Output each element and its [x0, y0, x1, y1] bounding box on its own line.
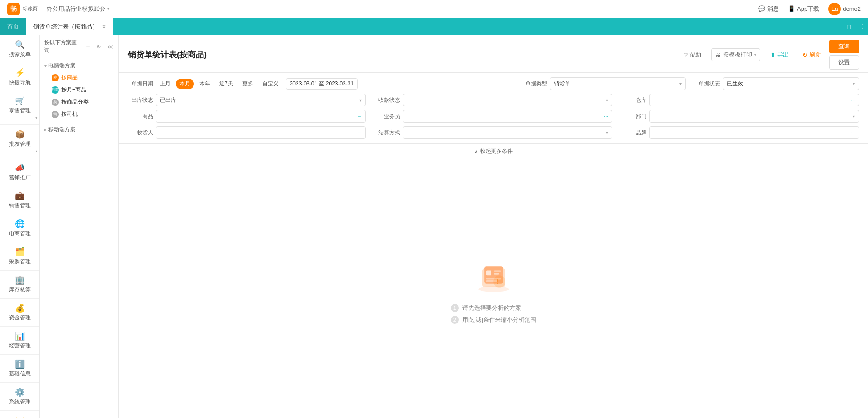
date-label: 单据日期: [128, 80, 153, 88]
left-panel-header: 按以下方案查询 ＋ ↻ ≪: [40, 35, 118, 58]
sidebar-item-quicknav[interactable]: ⚡ 快捷导航: [0, 63, 39, 91]
doc-status-control[interactable]: 已生效 ▾: [723, 77, 859, 90]
salesperson-control[interactable]: ···: [403, 110, 613, 123]
collapse-label: 收起更多条件: [480, 147, 513, 155]
collapse-left-btn[interactable]: ≪: [106, 42, 114, 51]
scheme-item-by-category[interactable]: 类 按商品分类: [40, 96, 118, 108]
brand-more-icon[interactable]: ···: [851, 130, 855, 135]
tip-2-text: 用[过滤]条件来缩小分析范围: [462, 316, 536, 324]
settings-button[interactable]: 设置: [829, 55, 859, 70]
sidebar-sales-label: 销售管理: [9, 202, 31, 209]
doc-type-label: 单据类型: [522, 80, 547, 88]
brand-control[interactable]: ···: [649, 126, 859, 139]
topbar-title: 办公用品行业模拟账套 ▾: [47, 5, 758, 13]
date-range-display[interactable]: 2023-03-01 至 2023-03-31: [286, 78, 358, 90]
minimize-icon[interactable]: ⊡: [846, 23, 852, 30]
user-action[interactable]: Ea demo2: [828, 3, 861, 15]
query-button[interactable]: 查询: [829, 40, 859, 53]
date-tab-7days[interactable]: 近7天: [216, 79, 237, 89]
sidebar-item-finance[interactable]: 💰 资金管理: [0, 299, 39, 327]
tab-home[interactable]: 首页: [0, 18, 26, 35]
export-btn[interactable]: ⬆ 导出: [767, 49, 793, 61]
scheme-item-by-month-product[interactable]: 月商 按月+商品: [40, 84, 118, 96]
doc-status-field: 单据状态 已生效 ▾: [695, 77, 859, 90]
product-more-icon[interactable]: ···: [358, 114, 362, 119]
scheme-item-icon-by-product: 商: [52, 74, 59, 81]
collapse-button[interactable]: ∧ 收起更多条件: [470, 147, 517, 156]
left-panel: 按以下方案查询 ＋ ↻ ≪ ▾ 电脑端方案 商 按商品 月商 按月+商品: [40, 35, 119, 418]
sidebar-item-enterprise[interactable]: 🤝 企业协同: [0, 411, 39, 418]
date-tab-more[interactable]: 更多: [239, 79, 257, 89]
app-download-label: App下载: [797, 5, 819, 13]
user-name: demo2: [843, 5, 861, 12]
help-btn[interactable]: ? 帮助: [681, 49, 705, 61]
maximize-icon[interactable]: ⛶: [856, 23, 863, 30]
settlement-dropdown-icon: ▾: [606, 130, 608, 135]
sidebar-item-marketing[interactable]: 📣 营销推广: [0, 158, 39, 186]
sidebar-item-purchase[interactable]: 🗂️ 采购管理: [0, 242, 39, 271]
tab-sales-stats-label: 销货单统计表（按商品）: [33, 23, 98, 31]
warehouse-control[interactable]: ···: [649, 94, 859, 106]
date-range-value: 2023-03-01 至 2023-03-31: [290, 80, 354, 88]
close-tab-icon[interactable]: ✕: [102, 24, 106, 30]
receipt-status-label: 收款状态: [375, 96, 400, 104]
collapse-bar: ∧ 收起更多条件: [119, 144, 868, 159]
department-control[interactable]: ▾: [649, 110, 859, 123]
date-tab-last-month[interactable]: 上月: [156, 79, 174, 89]
sidebar-wholesale-label: 批发管理: [9, 140, 31, 148]
warehouse-more-icon[interactable]: ···: [851, 97, 855, 103]
scheme-item-month-product-label: 按月+商品: [61, 86, 86, 94]
refresh-scheme-btn[interactable]: ↻: [95, 42, 103, 51]
scheme-item-by-cashier[interactable]: 司 按司机: [40, 108, 118, 120]
doc-status-value: 已生效: [727, 80, 851, 88]
sidebar-item-wholesale[interactable]: 📦 批发管理 ▴: [0, 125, 39, 158]
receiver-field: 收货人 ···: [128, 126, 366, 139]
doc-type-control[interactable]: 销货单 ▾: [550, 77, 686, 90]
sidebar: 🔍 搜索菜单 ⚡ 快捷导航 🛒 零售管理 ▾ 📦 批发管理 ▴ 📣 营销推广 💼…: [0, 35, 40, 418]
product-control[interactable]: ···: [156, 110, 366, 123]
sidebar-item-sales[interactable]: 💼 销售管理: [0, 186, 39, 214]
sidebar-item-search[interactable]: 🔍 搜索菜单: [0, 35, 39, 63]
date-tab-custom[interactable]: 自定义: [259, 79, 282, 89]
settlement-control[interactable]: ▾: [403, 126, 613, 139]
print-btn[interactable]: 🖨 按模板打印 ▾: [711, 48, 760, 61]
sidebar-item-operations[interactable]: 📊 经营管理: [0, 327, 39, 355]
receipt-status-control[interactable]: ▾: [403, 94, 613, 106]
date-tab-current-month[interactable]: 本月: [176, 79, 194, 89]
message-action[interactable]: 💬 消息: [758, 5, 779, 13]
sidebar-purchase-label: 采购管理: [9, 258, 31, 266]
sidebar-item-inventory[interactable]: 🏢 库存核算: [0, 271, 39, 299]
wholesale-arrow-icon: ▴: [35, 149, 38, 153]
empty-tip-1: 1 请先选择要分析的方案: [451, 304, 536, 312]
logo-area: 畅 标账页: [7, 3, 38, 15]
export-icon: ⬆: [770, 52, 775, 58]
sidebar-item-basic[interactable]: ℹ️ 基础信息: [0, 355, 39, 383]
scheme-group-arrow: ▾: [44, 63, 47, 68]
scheme-group-desktop[interactable]: ▾ 电脑端方案: [40, 60, 118, 71]
empty-state: ! 1 请先选择要分析的方案 2 用[过滤]条件来缩小分析范围: [119, 159, 868, 418]
filter-row-2: 出库状态 已出库 ▾ 收款状态 ▾: [128, 94, 859, 106]
company-dropdown-icon[interactable]: ▾: [107, 6, 110, 12]
tab-sales-stats[interactable]: 销货单统计表（按商品） ✕: [26, 18, 113, 35]
out-status-dropdown-icon: ▾: [359, 98, 362, 103]
out-status-control[interactable]: 已出库 ▾: [156, 94, 366, 106]
ecommerce-icon: 🌐: [15, 219, 25, 229]
help-label: 帮助: [689, 51, 701, 59]
app-download-action[interactable]: 📱 App下载: [788, 5, 819, 13]
scheme-item-by-product[interactable]: 商 按商品: [40, 71, 118, 84]
refresh-btn[interactable]: ↻ 刷新: [799, 49, 825, 61]
scheme-group-mobile[interactable]: ▸ 移动端方案: [40, 124, 118, 135]
receiver-control[interactable]: ···: [156, 126, 366, 139]
sidebar-item-retail[interactable]: 🛒 零售管理 ▾: [0, 91, 39, 125]
page-actions: ? 帮助 🖨 按模板打印 ▾ ⬆ 导出 ↻: [681, 48, 825, 61]
receiver-more-icon[interactable]: ···: [358, 130, 362, 135]
date-tab-current-year[interactable]: 本年: [196, 79, 214, 89]
logo-icon: 畅: [7, 3, 20, 15]
salesperson-more-icon[interactable]: ···: [604, 114, 608, 119]
svg-text:!: !: [496, 277, 498, 285]
add-scheme-btn[interactable]: ＋: [84, 42, 92, 51]
empty-tip-2: 2 用[过滤]条件来缩小分析范围: [451, 316, 536, 324]
sidebar-item-ecommerce[interactable]: 🌐 电商管理: [0, 214, 39, 242]
collapse-icon: ∧: [474, 148, 478, 155]
sidebar-item-system[interactable]: ⚙️ 系统管理: [0, 383, 39, 411]
